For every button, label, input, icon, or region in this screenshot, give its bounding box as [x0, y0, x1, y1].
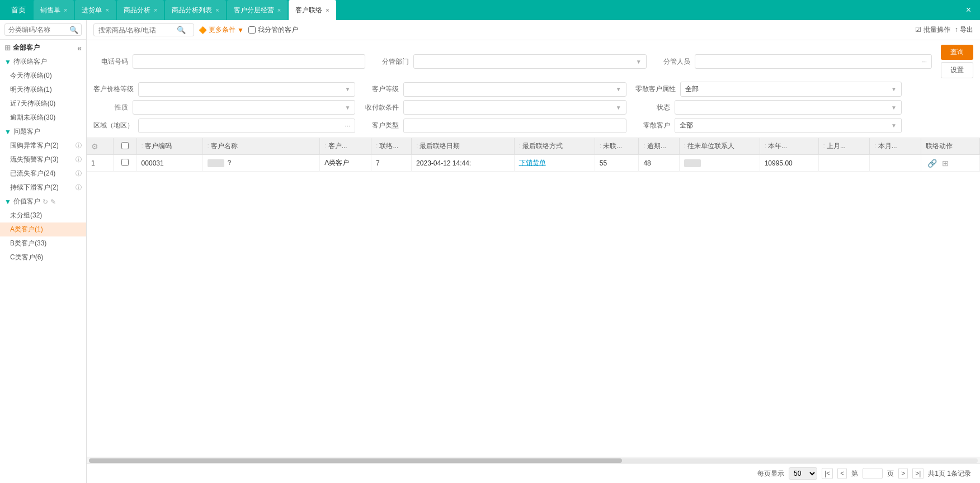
sidebar-item-unclassified[interactable]: 未分组(32) — [0, 209, 86, 222]
export-button[interactable]: ↑ 导出 — [955, 25, 973, 35]
nav-tab-sales-close[interactable]: × — [64, 7, 67, 13]
scroll-thumb[interactable] — [89, 458, 622, 463]
sidebar-group-pending[interactable]: ▼ 待联络客户 — [0, 55, 86, 69]
chevron-down-icon: ▼ — [237, 26, 244, 34]
row-checkbox[interactable] — [121, 159, 129, 166]
filter-region: 区域（地区） ··· — [93, 119, 364, 133]
nav-tab-customer-contact-close[interactable]: × — [326, 7, 329, 13]
sidebar-item-declining[interactable]: 持续下滑客户(2) ⓘ — [0, 181, 86, 195]
batch-ops-button[interactable]: ☑ 批量操作 — [915, 25, 950, 35]
page-end-label: 页 — [887, 469, 894, 479]
col-last-month[interactable]: 上月... — [818, 138, 870, 155]
sidebar-group-value-label: 价值客户 — [13, 197, 40, 206]
payment-label: 收付款条件 — [364, 103, 403, 112]
filter-nature: 性质 ▼ — [93, 100, 364, 115]
query-button[interactable]: 查询 — [941, 45, 973, 60]
col-overdue[interactable]: 逾期... — [639, 138, 679, 155]
nav-tab-analysis-close[interactable]: × — [154, 7, 157, 13]
nav-tab-analysis-list[interactable]: 商品分析列表 × — [165, 0, 225, 20]
arrow-down-icon-2: ▼ — [4, 128, 11, 136]
row-last-month — [818, 155, 870, 172]
sidebar: 🔍 ⊞ 全部客户 « ▼ 待联络客户 今天待联络(0) 明天待联络(1) 近7天… — [0, 20, 87, 483]
sidebar-search-container: 🔍 — [0, 20, 86, 40]
nav-tab-analysis[interactable]: 商品分析 × — [117, 0, 164, 20]
price-level-select[interactable]: ▼ — [138, 82, 355, 97]
nav-tab-customer-contact[interactable]: 客户联络 × — [289, 0, 336, 20]
gear-icon[interactable]: ⚙ — [91, 142, 98, 151]
row-more-icon[interactable]: ⊞ — [942, 159, 949, 168]
manager-input[interactable]: ··· — [695, 54, 932, 69]
manager-label: 分管人员 — [656, 57, 695, 67]
col-code[interactable]: 客户编码 — [136, 138, 202, 155]
status-chevron-icon: ▼ — [891, 105, 897, 111]
filter-payment: 收付款条件 ▼ — [364, 100, 635, 115]
sidebar-all-customers-label[interactable]: 全部客户 — [13, 43, 40, 53]
last-page-button[interactable]: >| — [912, 468, 924, 479]
dept-select[interactable]: ▼ — [413, 54, 646, 69]
filter-manager: 分管人员 ··· — [656, 54, 936, 69]
customer-type-input[interactable] — [403, 119, 626, 133]
col-this-year[interactable]: 本年... — [760, 138, 818, 155]
retail-attr-select[interactable]: 全部 ▼ — [680, 82, 902, 97]
sidebar-item-a-class[interactable]: A类客户(1) — [0, 222, 86, 236]
per-page-select[interactable]: 50 100 200 — [789, 467, 817, 480]
more-filters-button[interactable]: 🔶 更多条件 ▼ — [199, 25, 244, 35]
edit-icon[interactable]: ✎ — [50, 198, 56, 206]
payment-select[interactable]: ▼ — [403, 100, 626, 115]
nav-tab-customer-segment[interactable]: 客户分层经营 × — [227, 0, 288, 20]
customer-search-icon[interactable]: 🔍 — [177, 26, 186, 34]
row-link-icon[interactable]: 🔗 — [927, 159, 937, 168]
page-number-input[interactable]: 1 — [863, 468, 883, 479]
sidebar-item-tomorrow[interactable]: 明天待联络(1) — [0, 83, 86, 97]
nature-select[interactable]: ▼ — [133, 100, 355, 115]
sidebar-item-b-class[interactable]: B类客户(33) — [0, 236, 86, 250]
select-all-checkbox[interactable] — [121, 142, 129, 149]
nav-tab-customer-segment-close[interactable]: × — [277, 7, 281, 13]
table-header-row: ⚙ 客户编码 客户名称 客户... 联络... 最后联络日期 最后联络方式 未联… — [87, 138, 980, 155]
horizontal-scrollbar[interactable] — [87, 457, 980, 463]
customer-level-select[interactable]: ▼ — [403, 82, 626, 97]
col-last-date[interactable]: 最后联络日期 — [412, 138, 515, 155]
nav-tab-purchase-close[interactable]: × — [105, 7, 109, 13]
col-this-month[interactable]: 本月... — [870, 138, 921, 155]
sidebar-item-today[interactable]: 今天待联络(0) — [0, 69, 86, 83]
last-method-link[interactable]: 下销货单 — [519, 159, 546, 167]
sidebar-item-abnormal[interactable]: 囤购异常客户(2) ⓘ — [0, 139, 86, 153]
search-box: 🔍 — [93, 23, 194, 36]
sidebar-search-icon[interactable]: 🔍 — [69, 26, 78, 34]
col-level[interactable]: 客户... — [320, 138, 371, 155]
settings-button[interactable]: 设置 — [941, 62, 973, 78]
my-customers-check[interactable] — [248, 26, 256, 34]
status-select[interactable]: ▼ — [675, 100, 902, 115]
region-input[interactable]: ··· — [138, 119, 355, 133]
advanced-filter: 电话号码 分管部门 ▼ 分管人员 ··· — [87, 40, 980, 138]
refresh-icon[interactable]: ↻ — [43, 198, 48, 206]
sidebar-group-value[interactable]: ▼ 价值客户 ↻ ✎ — [0, 195, 86, 209]
nav-tab-purchase[interactable]: 进货单 × — [75, 0, 115, 20]
sidebar-item-c-class[interactable]: C类客户(6) — [0, 250, 86, 264]
nav-tab-analysis-list-close[interactable]: × — [215, 7, 219, 13]
col-last-method[interactable]: 最后联络方式 — [514, 138, 595, 155]
dept-label: 分管部门 — [374, 57, 413, 67]
close-all-button[interactable]: × — [962, 5, 976, 15]
sidebar-item-7days[interactable]: 近7天待联络(0) — [0, 97, 86, 111]
first-page-button[interactable]: |< — [822, 468, 833, 479]
customer-search-input[interactable] — [98, 26, 177, 34]
sidebar-group-problem[interactable]: ▼ 问题客户 — [0, 125, 86, 139]
row-checkbox-cell — [113, 155, 136, 172]
col-uncontacted[interactable]: 未联... — [595, 138, 639, 155]
sidebar-item-lost[interactable]: 已流失客户(24) ⓘ — [0, 167, 86, 181]
nav-tab-sales[interactable]: 销售单 × — [34, 0, 74, 20]
sidebar-item-overdue[interactable]: 逾期未联络(30) — [0, 111, 86, 125]
sidebar-collapse-button[interactable]: « — [77, 44, 82, 53]
next-page-button[interactable]: > — [898, 468, 908, 479]
col-contacts[interactable]: 联络... — [371, 138, 412, 155]
retail-customer-select[interactable]: 全部 ▼ — [675, 118, 902, 133]
sidebar-item-warning[interactable]: 流失预警客户(3) ⓘ — [0, 153, 86, 167]
col-contact-person[interactable]: 往来单位联系人 — [679, 138, 760, 155]
col-name[interactable]: 客户名称 — [202, 138, 320, 155]
phone-input[interactable] — [133, 54, 365, 69]
my-customers-checkbox[interactable]: 我分管的客户 — [248, 25, 298, 35]
nav-home[interactable]: 首页 — [4, 0, 32, 20]
prev-page-button[interactable]: < — [837, 468, 847, 479]
